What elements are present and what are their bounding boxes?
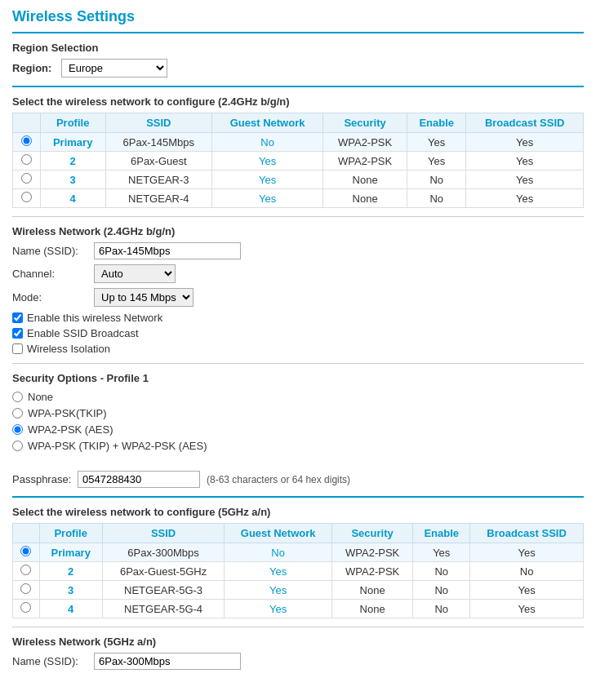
guest-link-5ghz-3[interactable]: Yes	[269, 603, 287, 615]
broadcast-cell-5ghz-1: No	[470, 562, 584, 581]
enable-ssid-checkbox[interactable]	[12, 328, 23, 339]
security-cell-24ghz-1: WPA2-PSK	[323, 152, 407, 171]
security-option-tkip: WPA-PSK(TKIP)	[12, 407, 584, 419]
profile-cell-5ghz-1: 2	[39, 562, 102, 581]
wireless-isolation-label: Wireless Isolation	[27, 343, 110, 355]
guest-link-24ghz-0[interactable]: No	[260, 136, 274, 148]
radio-cell-24ghz-0	[13, 133, 41, 152]
ssid-cell-24ghz-2: NETGEAR-3	[105, 171, 212, 189]
security-cell-5ghz-1: WPA2-PSK	[331, 562, 412, 581]
profile-radio-5ghz-3[interactable]	[20, 602, 31, 613]
top-divider	[12, 32, 584, 33]
radio-cell-24ghz-2	[13, 171, 41, 189]
security-option-mixed: WPA-PSK (TKIP) + WPA2-PSK (AES)	[12, 440, 584, 452]
region-divider	[12, 86, 584, 87]
profile-radio-5ghz-0[interactable]	[20, 546, 31, 556]
guest-link-5ghz-2[interactable]: Yes	[269, 584, 287, 596]
profile-radio-24ghz-2[interactable]	[21, 173, 32, 184]
enable-cell-24ghz-3: No	[407, 189, 466, 208]
passphrase-row: Passphrase: (8-63 characters or 64 hex d…	[12, 471, 584, 488]
profile-cell-24ghz-3: 4	[40, 189, 105, 208]
enable-ssid-row: Enable SSID Broadcast	[12, 327, 584, 339]
security-cell-24ghz-0: WPA2-PSK	[323, 133, 407, 152]
profile-radio-5ghz-2[interactable]	[20, 583, 31, 594]
guest-cell-5ghz-2: Yes	[225, 581, 332, 600]
security-none-radio[interactable]	[12, 392, 23, 402]
profile-cell-5ghz-0: Primary	[39, 543, 102, 562]
profile-cell-24ghz-1: 2	[40, 152, 105, 171]
channel-select-24ghz[interactable]: Auto1234 56789 1011	[94, 264, 176, 283]
security-wpa2aes-radio[interactable]	[12, 424, 23, 435]
col-guest-network: Guest Network	[212, 113, 323, 133]
ssid-cell-5ghz-3: NETGEAR-5G-4	[102, 600, 225, 618]
col-radio	[13, 113, 41, 133]
mode-select-24ghz[interactable]: Up to 145 Mbps Up to 300 Mbps Up to 54 M…	[94, 288, 193, 307]
guest-cell-24ghz-1: Yes	[212, 152, 323, 171]
security-cell-24ghz-2: None	[323, 171, 407, 189]
radio-cell-24ghz-1	[13, 152, 41, 171]
enable-network-checkbox[interactable]	[12, 312, 23, 323]
profile-radio-24ghz-3[interactable]	[21, 192, 32, 202]
table-row: 2 6Pax-Guest Yes WPA2-PSK Yes Yes	[13, 152, 584, 171]
col-enable: Enable	[407, 113, 466, 133]
wireless-isolation-checkbox[interactable]	[12, 343, 23, 354]
security-option-none: None	[12, 391, 584, 403]
profile-cell-24ghz-0: Primary	[40, 133, 105, 152]
ssid-cell-24ghz-0: 6Pax-145Mbps	[105, 133, 212, 152]
security-cell-5ghz-0: WPA2-PSK	[331, 543, 412, 562]
security-divider	[12, 496, 584, 498]
security-section-24ghz: Security Options - Profile 1 None WPA-PS…	[12, 372, 584, 488]
broadcast-cell-24ghz-0: Yes	[466, 133, 584, 152]
passphrase-input[interactable]	[78, 471, 200, 488]
security-cell-5ghz-3: None	[331, 600, 412, 618]
broadcast-cell-24ghz-2: Yes	[466, 171, 584, 189]
region-row: Region: Europe North America Asia Japan	[12, 59, 584, 78]
table-24ghz-heading: Select the wireless network to configure…	[12, 95, 584, 108]
guest-link-5ghz-1[interactable]: Yes	[269, 565, 287, 578]
ssid-input-24ghz[interactable]	[94, 242, 241, 259]
guest-link-24ghz-1[interactable]: Yes	[259, 155, 276, 167]
security-option-wpa2aes: WPA2-PSK (AES)	[12, 423, 584, 436]
broadcast-cell-5ghz-2: Yes	[470, 581, 584, 600]
guest-cell-24ghz-2: Yes	[212, 171, 323, 189]
passphrase-hint: (8-63 characters or 64 hex digits)	[207, 474, 350, 485]
guest-link-24ghz-2[interactable]: Yes	[259, 174, 276, 186]
security-tkip-radio[interactable]	[12, 408, 23, 419]
enable-network-label: Enable this wireless Network	[27, 312, 162, 324]
profile-cell-5ghz-2: 3	[39, 581, 102, 600]
ssid-input-5ghz[interactable]	[94, 653, 241, 670]
table-24ghz-section: Select the wireless network to configure…	[12, 95, 584, 208]
region-section: Region Selection Region: Europe North Am…	[12, 42, 584, 78]
profile-radio-24ghz-1[interactable]	[21, 154, 32, 165]
table-row: 4 NETGEAR-4 Yes None No Yes	[13, 189, 584, 208]
table-24ghz: Profile SSID Guest Network Security Enab…	[12, 113, 584, 208]
profile-radio-24ghz-0[interactable]	[21, 135, 32, 146]
table-5ghz-section: Select the wireless network to configure…	[12, 506, 584, 618]
radio-cell-5ghz-3	[13, 600, 40, 618]
ssid-row-5ghz: Name (SSID):	[12, 653, 584, 670]
guest-link-24ghz-3[interactable]: Yes	[259, 193, 276, 205]
table-5ghz: Profile SSID Guest Network Security Enab…	[12, 523, 584, 618]
enable-network-row: Enable this wireless Network	[12, 312, 584, 324]
col-5ghz-ssid: SSID	[102, 524, 225, 543]
security-heading-24ghz: Security Options - Profile 1	[12, 372, 584, 384]
col-5ghz-guest-network: Guest Network	[225, 524, 332, 543]
guest-link-5ghz-0[interactable]: No	[271, 547, 285, 559]
profile-radio-5ghz-1[interactable]	[20, 565, 31, 575]
table-row: 2 6Pax-Guest-5GHz Yes WPA2-PSK No No	[13, 562, 584, 581]
region-field-label: Region:	[12, 62, 57, 74]
table-24ghz-divider	[12, 216, 584, 217]
guest-cell-5ghz-3: Yes	[225, 600, 332, 618]
region-select[interactable]: Europe North America Asia Japan	[61, 59, 167, 78]
table-5ghz-divider	[12, 627, 584, 627]
mode-label-24ghz: Mode:	[12, 291, 94, 303]
ssid-label-24ghz: Name (SSID):	[12, 245, 94, 257]
ssid-cell-5ghz-1: 6Pax-Guest-5GHz	[102, 562, 225, 581]
ssid-label-5ghz: Name (SSID):	[12, 655, 94, 667]
security-mixed-radio[interactable]	[12, 441, 23, 451]
mode-row-24ghz: Mode: Up to 145 Mbps Up to 300 Mbps Up t…	[12, 288, 584, 307]
col-5ghz-profile: Profile	[39, 524, 102, 543]
passphrase-label: Passphrase:	[12, 473, 78, 485]
col-5ghz-security: Security	[331, 524, 412, 543]
network-24ghz-heading: Wireless Network (2.4GHz b/g/n)	[12, 225, 584, 237]
